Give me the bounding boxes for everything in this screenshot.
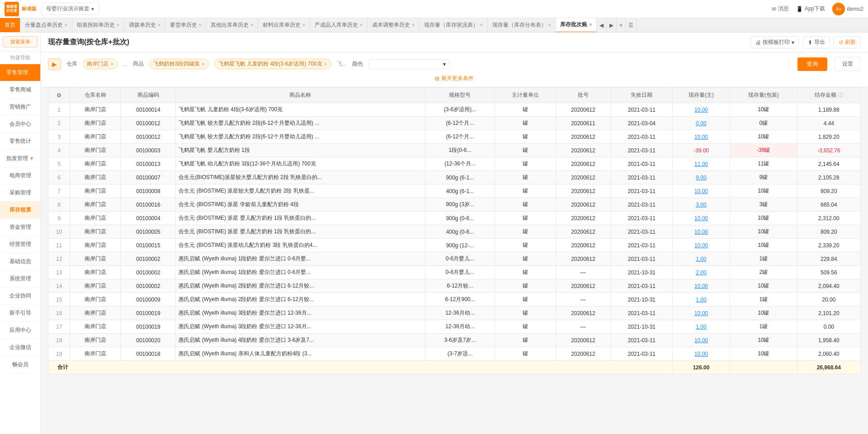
cell-qty-main[interactable]: 3.00 [673,198,730,212]
message-btn[interactable]: ✉ 消息 [772,5,789,13]
sidebar-item-retail-stats[interactable]: 零售统计 [0,133,40,150]
sidebar-item-member-loyalty[interactable]: 畅会员 [0,356,40,373]
tab-next-btn[interactable]: ▶ [607,18,617,33]
sidebar-item-member[interactable]: 会员中心 [0,116,40,133]
enterprise-selector[interactable]: 母婴行业演示账套 ▾ [41,3,99,15]
cell-qty-main[interactable]: 10.00 [673,279,730,293]
tab-prev-btn[interactable]: ◀ [597,18,607,33]
tab-5[interactable]: 其他出库单历史 × [206,18,258,33]
product-tag-2-close[interactable]: × [324,61,327,67]
sidebar-item-retail-shop[interactable]: 零售商城 [0,81,40,99]
cell-qty-main[interactable]: 0.00 [673,117,730,130]
tab-home[interactable]: 首页 [0,18,20,33]
sidebar-item-marketing[interactable]: 营销推广 [0,99,40,116]
tab-5-close[interactable]: × [250,23,253,28]
tab-bar: 首页 分量盘点单历史 × 组装拆卸单历史 × 调拨单历史 × 要货单历史 × 其… [0,18,868,33]
sidebar-item-ecommerce[interactable]: 电商管理 [0,167,40,184]
search-menu-btn[interactable]: 搜索菜单 [3,36,38,47]
cell-qty-main: -39.00 [673,144,730,157]
cell-batch: 20200612 [556,171,611,184]
cell-num: 7 [48,184,70,198]
cell-num: 6 [48,171,70,184]
sidebar-item-inventory[interactable]: 库存核算 [0,202,40,219]
cell-qty-main[interactable]: 10.00 [673,130,730,144]
cell-qty-main[interactable]: 1.00 [673,320,730,334]
print-btn[interactable]: 🖨 按模板打印 ▾ [750,36,799,48]
tab-close-btn[interactable]: × [617,18,626,33]
tab-3-close[interactable]: × [158,23,160,28]
tab-9-close[interactable]: × [480,23,483,28]
cell-batch: 20200612 [556,157,611,171]
app-download-btn[interactable]: 📱 App下载 [796,5,825,13]
sidebar-item-wholesale[interactable]: 批发管理 ▼ [0,150,40,167]
tab-2[interactable]: 组装拆卸单历史 × [72,18,124,33]
user-area[interactable]: Ea demo2 [832,3,863,15]
tab-1-close[interactable]: × [65,23,67,28]
tab-11-close[interactable]: × [589,22,592,27]
tab-6-label: 材料出库单历史 [263,21,301,29]
cell-qty-main[interactable]: 10.00 [673,103,730,117]
cell-qty-main[interactable]: 11.00 [673,157,730,171]
amount-info-icon[interactable]: ⓘ [838,92,843,98]
sidebar-item-wechat[interactable]: 企业微信 [0,339,40,356]
sidebar-item-finance[interactable]: 资金管理 [0,219,40,236]
cell-qty-main[interactable]: 10.00 [673,307,730,320]
tab-10-close[interactable]: × [548,23,551,28]
tab-4-close[interactable]: × [199,23,202,28]
tab-8[interactable]: 成本调整单历史 × [368,18,420,33]
warehouse-tag-nananmen[interactable]: 南岸门店 × [83,59,118,69]
table-row: 14 南岸门店 00100002 惠氏启赋 (Wyeth illuma) 2段奶… [48,279,861,293]
sidebar-item-enterprise[interactable]: 企业协同 [0,288,40,305]
col-gear[interactable]: ⚙ [48,88,70,103]
sidebar-item-app-center[interactable]: 应用中心 [0,322,40,339]
cell-qty-main[interactable]: 10.00 [673,347,730,361]
tab-9[interactable]: 现存量（库存状况表） × [420,18,488,33]
cell-qty-main[interactable]: 2.00 [673,266,730,279]
cell-qty-main[interactable]: 9.00 [673,171,730,184]
sidebar-item-basic-info[interactable]: 基础信息 [0,253,40,270]
cell-code: 00100019 [121,307,176,320]
tab-1[interactable]: 分量盘点单历史 × [20,18,72,33]
cell-qty-main[interactable]: 1.00 [673,252,730,266]
color-select[interactable]: ▾ [368,59,450,69]
tab-2-close[interactable]: × [117,23,119,28]
cell-amount: 809.20 [797,225,860,239]
tab-7-close[interactable]: × [360,23,363,28]
cell-spec: 400g (6-1... [425,184,495,198]
cell-qty-main[interactable]: 10.00 [673,334,730,347]
tab-11[interactable]: 库存批次账 × [556,18,597,33]
cell-qty-main[interactable]: 10.00 [673,212,730,225]
sidebar-item-retail-mgmt[interactable]: 零售管理 ▲ [0,64,40,81]
filter-collapse-btn[interactable]: ▶ [48,58,61,70]
cell-num: 1 [48,103,70,117]
export-btn[interactable]: ⬆ 导出 [803,36,830,48]
cell-qty-main[interactable]: 1.00 [673,293,730,307]
product-tag-1-close[interactable]: × [202,61,205,67]
tab-4[interactable]: 要货单历史 × [165,18,207,33]
sidebar-item-system[interactable]: 系统管理 [0,270,40,288]
warehouse-ellipsis[interactable]: ... [123,61,127,67]
tab-6-close[interactable]: × [302,23,305,28]
sidebar-item-guide[interactable]: 新手引导 [0,305,40,322]
tab-6[interactable]: 材料出库单历史 × [258,18,310,33]
color-filter-label: 颜色 [352,60,363,68]
tab-10[interactable]: 现存量（库存分布表） × [488,18,556,33]
product-ellipsis[interactable]: 飞... [337,60,347,68]
sidebar-item-purchase[interactable]: 采购管理 [0,184,40,202]
cell-qty-main[interactable]: 10.00 [673,184,730,198]
expand-conditions-btn[interactable]: ⊞ 展开更多条件 [435,75,474,82]
tab-8-close[interactable]: × [412,23,415,28]
refresh-btn[interactable]: ↺ 刷新 [834,36,861,48]
product-tag-2[interactable]: 飞鹤星飞帆 儿童奶粉 4段(3-6岁适用) 700克 × [214,59,331,69]
sidebar-item-operations[interactable]: 经营管理 [0,236,40,253]
warehouse-tag-close[interactable]: × [110,61,113,67]
cell-qty-main[interactable]: 10.00 [673,225,730,239]
tab-3[interactable]: 调拨单历史 × [124,18,165,33]
cell-qty-main[interactable]: 10.00 [673,239,730,252]
product-tag-1[interactable]: 飞鹤奶粉3段四罐装 × [149,59,209,69]
query-btn[interactable]: 查询 [797,57,827,71]
cell-spec: (12-36个月... [425,157,495,171]
tab-7[interactable]: 产成品入库单历史 × [310,18,368,33]
settings-btn[interactable]: 设置 [835,57,861,71]
tab-menu-btn[interactable]: ☰ [626,18,637,33]
